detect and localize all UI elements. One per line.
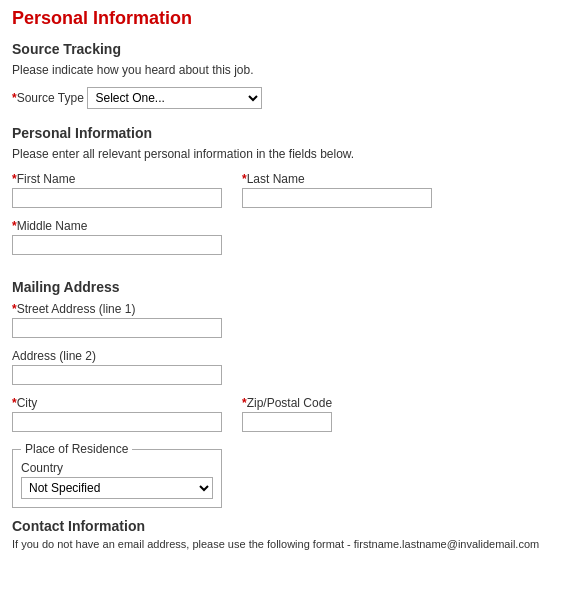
source-tracking-desc: Please indicate how you heard about this… [12, 63, 556, 77]
city-field: *City [12, 395, 222, 432]
zip-label: *Zip/Postal Code [242, 396, 332, 410]
country-label: Country [21, 461, 63, 475]
source-tracking-section: Source Tracking Please indicate how you … [12, 41, 556, 109]
zip-input[interactable] [242, 412, 332, 432]
first-name-label: *First Name [12, 172, 75, 186]
place-of-residence-fieldset: Place of Residence Country Not Specified [12, 442, 222, 508]
country-select[interactable]: Not Specified [21, 477, 213, 499]
source-type-select[interactable]: Select One... Internet Newspaper Referra… [87, 87, 262, 109]
street-address-field: *Street Address (line 1) [12, 301, 556, 338]
middle-name-input[interactable] [12, 235, 222, 255]
address2-input[interactable] [12, 365, 222, 385]
first-name-input[interactable] [12, 188, 222, 208]
personal-info-desc: Please enter all relevant personal infor… [12, 147, 556, 161]
place-of-residence-legend: Place of Residence [21, 442, 132, 456]
city-zip-row: *City *Zip/Postal Code [12, 395, 556, 432]
source-type-field: *Source Type Select One... Internet News… [12, 87, 556, 109]
city-input[interactable] [12, 412, 222, 432]
personal-info-section: Personal Information Please enter all re… [12, 125, 556, 255]
last-name-input[interactable] [242, 188, 432, 208]
street-address-label: *Street Address (line 1) [12, 302, 135, 316]
zip-field: *Zip/Postal Code [242, 395, 432, 432]
source-tracking-title: Source Tracking [12, 41, 556, 57]
personal-info-title: Personal Information [12, 125, 556, 141]
middle-name-label: *Middle Name [12, 219, 87, 233]
first-name-field: *First Name [12, 171, 222, 208]
mailing-address-title: Mailing Address [12, 279, 556, 295]
city-label: *City [12, 396, 37, 410]
page-title: Personal Information [12, 8, 556, 29]
street-address-input[interactable] [12, 318, 222, 338]
last-name-label: *Last Name [242, 172, 305, 186]
contact-info-title: Contact Information [12, 518, 556, 534]
contact-info-desc: If you do not have an email address, ple… [12, 538, 556, 550]
source-type-label: *Source Type [12, 91, 84, 105]
address2-label: Address (line 2) [12, 349, 96, 363]
middle-name-field: *Middle Name [12, 218, 556, 255]
last-name-field: *Last Name [242, 171, 432, 208]
name-row: *First Name *Last Name [12, 171, 556, 208]
address2-field: Address (line 2) [12, 348, 556, 385]
contact-info-section: Contact Information If you do not have a… [12, 518, 556, 550]
spacer [12, 265, 556, 279]
mailing-address-section: Mailing Address *Street Address (line 1)… [12, 279, 556, 432]
